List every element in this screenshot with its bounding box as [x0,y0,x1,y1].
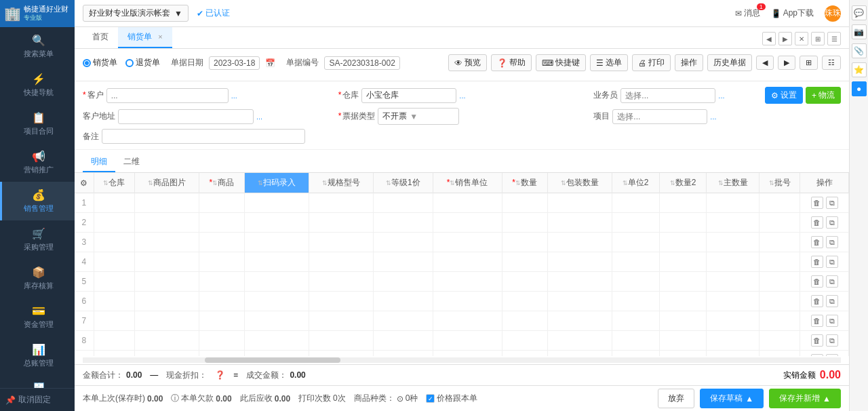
sidebar-item-inventory[interactable]: 📦 库存核算 [0,259,75,298]
cell-unit2[interactable] [612,311,659,331]
cell-price[interactable] [374,213,433,233]
right-nav-btn[interactable]: ▶ [778,56,795,70]
cell-batch[interactable] [760,233,800,252]
left-nav-btn[interactable]: ◀ [756,56,774,70]
cell-warehouse[interactable] [94,351,134,357]
horizontal-scrollbar[interactable] [83,357,841,363]
cell-pack-qty[interactable] [547,213,612,233]
addr-addon-btn[interactable]: ... [256,113,262,121]
cell-spec[interactable] [309,331,373,351]
cell-warehouse[interactable] [94,292,134,311]
cell-pack-qty[interactable] [547,351,612,357]
cell-batch[interactable] [760,272,800,292]
cell-qty[interactable] [502,272,547,292]
cell-batch[interactable] [760,252,800,272]
cell-warehouse[interactable] [94,252,134,272]
cell-main-qty[interactable] [707,331,760,351]
row-copy-btn[interactable]: ⧉ [826,216,838,229]
cell-batch-import[interactable] [244,193,309,213]
cell-qty[interactable] [502,213,547,233]
select-btn[interactable]: ☰ 选单 [590,54,628,71]
cell-main-qty[interactable] [707,272,760,292]
row-delete-btn[interactable]: 🗑 [811,216,823,229]
cell-qty2[interactable] [659,331,707,351]
tab-next-btn[interactable]: ▶ [778,32,792,45]
invoice-type-select[interactable]: 不开票 ▼ [378,108,459,125]
cell-main-qty[interactable] [707,252,760,272]
row-delete-btn[interactable]: 🗑 [811,236,823,248]
tab-grid-view-btn[interactable]: ⊞ [811,32,825,45]
save-draft-btn[interactable]: 保存草稿 ▲ [700,389,764,408]
right-panel-camera-btn[interactable]: 📷 [852,24,867,39]
cell-batch-import[interactable] [244,331,309,351]
sidebar-item-project[interactable]: 📋 项目合同 [0,104,75,143]
cell-product[interactable] [199,193,244,213]
app-download-btn[interactable]: 📱 App下载 [771,7,814,19]
messages-btn[interactable]: ✉ 消息 1 [735,7,760,19]
shortcut-btn[interactable]: ⌨ 快捷键 [536,54,586,71]
cell-pack-qty[interactable] [547,292,612,311]
cell-qty[interactable] [502,233,547,252]
cell-unit2[interactable] [612,292,659,311]
cell-unit2[interactable] [612,331,659,351]
cell-qty[interactable] [502,311,547,331]
cell-product[interactable] [199,351,244,357]
cell-price[interactable] [374,233,433,252]
cell-unit[interactable] [433,213,502,233]
settings-btn[interactable]: ⚙ 设置 [765,87,803,104]
cell-price[interactable] [374,331,433,351]
cell-batch-import[interactable] [244,233,309,252]
company-selector[interactable]: 好业财专业版演示帐套 ▼ [83,5,189,22]
sidebar-item-accounting[interactable]: 📊 总账管理 [0,336,75,375]
cell-batch-import[interactable] [244,292,309,311]
cell-batch[interactable] [760,193,800,213]
cell-spec[interactable] [309,351,373,357]
cell-pack-qty[interactable] [547,272,612,292]
cell-main-qty[interactable] [707,193,760,213]
help-btn[interactable]: ❓ 帮助 [491,54,532,71]
project-addon-btn[interactable]: ... [710,113,716,121]
right-panel-attach-btn[interactable]: 📎 [852,43,867,58]
save-new-btn[interactable]: 保存并新增 ▲ [769,389,841,408]
row-copy-btn[interactable]: ⧉ [826,334,838,347]
cell-batch[interactable] [760,213,800,233]
cell-warehouse[interactable] [94,311,134,331]
cell-product-img[interactable] [134,213,199,233]
cell-product[interactable] [199,272,244,292]
cell-price[interactable] [374,351,433,357]
cell-unit[interactable] [433,311,502,331]
tab-close-all-btn[interactable]: ✕ [795,32,808,45]
sidebar-item-quick-nav[interactable]: ⚡ 快捷导航 [0,66,75,104]
cell-spec[interactable] [309,311,373,331]
tab-close-btn[interactable]: × [158,33,162,41]
row-delete-btn[interactable]: 🗑 [811,275,823,288]
customer-input[interactable] [106,88,229,103]
row-copy-btn[interactable]: ⧉ [826,197,838,209]
sidebar-item-purchase[interactable]: 🛒 采购管理 [0,220,75,259]
cell-batch-import[interactable] [244,272,309,292]
cell-unit2[interactable] [612,233,659,252]
row-copy-btn[interactable]: ⧉ [826,354,838,356]
history-btn[interactable]: 历史单据 [707,54,752,71]
warehouse-input[interactable] [361,88,456,103]
cell-warehouse[interactable] [94,193,134,213]
cell-spec[interactable] [309,272,373,292]
operate-btn[interactable]: 操作 [675,54,703,71]
cell-unit[interactable] [433,252,502,272]
cell-batch-import[interactable] [244,311,309,331]
preview-btn[interactable]: 👁 预览 [448,54,487,71]
salesperson-addon-btn[interactable]: ... [718,92,724,100]
tab-prev-btn[interactable]: ◀ [762,32,776,45]
cell-qty[interactable] [502,351,547,357]
cell-unit[interactable] [433,272,502,292]
row-delete-btn[interactable]: 🗑 [811,256,823,268]
cell-qty2[interactable] [659,292,707,311]
cell-spec[interactable] [309,252,373,272]
doc-no-value[interactable]: SA-20230318-002 [324,56,399,70]
table-view-btn[interactable]: ⊞ [800,56,818,70]
cell-product[interactable] [199,292,244,311]
price-checkbox-item[interactable]: 价格跟本单 [426,393,477,404]
row-copy-btn[interactable]: ⧉ [826,275,838,288]
list-view-btn[interactable]: ☷ [822,56,841,70]
cell-unit[interactable] [433,193,502,213]
